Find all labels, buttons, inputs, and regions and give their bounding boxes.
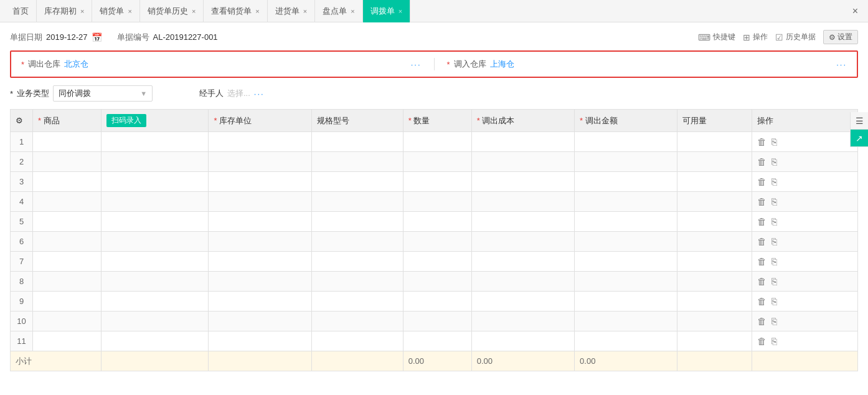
scan-button[interactable]: 扫码录入 <box>106 114 146 127</box>
tab-inventory-check[interactable]: 盘点单 × <box>315 0 362 22</box>
cell-cost[interactable] <box>471 152 574 172</box>
sidebar-doc-icon[interactable]: ☰ <box>851 112 868 130</box>
cell-available[interactable] <box>677 152 752 172</box>
cell-unit[interactable] <box>209 292 311 312</box>
cell-scan[interactable] <box>101 132 209 152</box>
cell-qty[interactable] <box>403 272 471 292</box>
cell-cost[interactable] <box>471 132 574 152</box>
cell-spec[interactable] <box>311 152 403 172</box>
operations-button[interactable]: ⊞ 操作 <box>743 32 768 42</box>
tab-home[interactable]: 首页 <box>5 0 37 22</box>
cell-amount[interactable] <box>575 252 677 272</box>
cell-spec[interactable] <box>311 172 403 192</box>
cell-spec[interactable] <box>311 292 403 312</box>
cell-cost[interactable] <box>471 232 574 252</box>
cell-product[interactable] <box>33 331 101 351</box>
copy-icon[interactable]: ⎘ <box>771 276 777 287</box>
handler-select[interactable]: 选择... <box>227 88 250 99</box>
cell-available[interactable] <box>677 292 752 312</box>
cell-scan[interactable] <box>101 272 209 292</box>
cell-spec[interactable] <box>311 192 403 212</box>
cell-amount[interactable] <box>575 212 677 232</box>
tab-sales-history[interactable]: 销货单历史 × <box>140 0 204 22</box>
cell-unit[interactable] <box>209 232 311 252</box>
cell-available[interactable] <box>677 331 752 351</box>
tab-sales-history-close[interactable]: × <box>192 7 196 15</box>
copy-icon[interactable]: ⎘ <box>771 316 777 326</box>
in-warehouse-value[interactable]: 上海仓 <box>490 59 514 70</box>
cell-amount[interactable] <box>575 292 677 312</box>
cell-available[interactable] <box>677 172 752 192</box>
cell-unit[interactable] <box>209 312 311 331</box>
cell-scan[interactable] <box>101 212 209 232</box>
cell-amount[interactable] <box>575 192 677 212</box>
delete-icon[interactable]: 🗑 <box>757 176 767 187</box>
cell-unit[interactable] <box>209 252 311 272</box>
cell-amount[interactable] <box>575 232 677 252</box>
cell-spec[interactable] <box>311 272 403 292</box>
delete-icon[interactable]: 🗑 <box>757 296 767 307</box>
copy-icon[interactable]: ⎘ <box>771 256 777 267</box>
out-warehouse-more[interactable]: ··· <box>411 60 422 69</box>
cell-amount[interactable] <box>575 152 677 172</box>
shortcuts-button[interactable]: ⌨ 快捷键 <box>698 32 735 42</box>
tab-inventory-check-close[interactable]: × <box>351 7 354 15</box>
copy-icon[interactable]: ⎘ <box>771 236 777 247</box>
cell-available[interactable] <box>677 272 752 292</box>
history-button[interactable]: ☑ 历史单据 <box>775 32 816 42</box>
cell-qty[interactable] <box>403 172 471 192</box>
copy-icon[interactable]: ⎘ <box>771 216 777 227</box>
cell-cost[interactable] <box>471 292 574 312</box>
delete-icon[interactable]: 🗑 <box>757 236 767 247</box>
cell-spec[interactable] <box>311 232 403 252</box>
cell-spec[interactable] <box>311 252 403 272</box>
out-warehouse-value[interactable]: 北京仓 <box>64 59 88 70</box>
calendar-icon[interactable]: 📅 <box>92 32 102 42</box>
delete-icon[interactable]: 🗑 <box>757 196 767 207</box>
cell-qty[interactable] <box>403 152 471 172</box>
copy-icon[interactable]: ⎘ <box>771 156 777 167</box>
cell-spec[interactable] <box>311 331 403 351</box>
sidebar-export-icon[interactable]: ↗ <box>851 130 868 147</box>
delete-icon[interactable]: 🗑 <box>757 216 767 227</box>
cell-cost[interactable] <box>471 312 574 331</box>
handler-more[interactable]: ··· <box>254 89 265 98</box>
cell-product[interactable] <box>33 232 101 252</box>
cell-cost[interactable] <box>471 272 574 292</box>
delete-icon[interactable]: 🗑 <box>757 136 767 147</box>
tab-view-sales-close[interactable]: × <box>255 7 259 15</box>
col-settings[interactable]: ⚙ <box>11 110 33 132</box>
cell-available[interactable] <box>677 132 752 152</box>
cell-product[interactable] <box>33 312 101 331</box>
cell-scan[interactable] <box>101 152 209 172</box>
cell-available[interactable] <box>677 192 752 212</box>
cell-unit[interactable] <box>209 212 311 232</box>
cell-qty[interactable] <box>403 292 471 312</box>
cell-product[interactable] <box>33 192 101 212</box>
tab-inventory-init[interactable]: 库存期初 × <box>37 0 92 22</box>
cell-qty[interactable] <box>403 331 471 351</box>
tab-inventory-init-close[interactable]: × <box>80 7 84 15</box>
cell-qty[interactable] <box>403 252 471 272</box>
copy-icon[interactable]: ⎘ <box>771 336 777 346</box>
tab-purchase[interactable]: 进货单 × <box>268 0 315 22</box>
cell-cost[interactable] <box>471 252 574 272</box>
delete-icon[interactable]: 🗑 <box>757 276 767 287</box>
tab-transfer-close[interactable]: × <box>399 7 402 15</box>
cell-product[interactable] <box>33 152 101 172</box>
global-close-button[interactable]: × <box>847 6 863 17</box>
tab-view-sales[interactable]: 查看销货单 × <box>204 0 267 22</box>
cell-product[interactable] <box>33 252 101 272</box>
cell-amount[interactable] <box>575 331 677 351</box>
tab-purchase-close[interactable]: × <box>303 7 307 15</box>
cell-available[interactable] <box>677 312 752 331</box>
delete-icon[interactable]: 🗑 <box>757 256 767 267</box>
cell-amount[interactable] <box>575 312 677 331</box>
delete-icon[interactable]: 🗑 <box>757 156 767 167</box>
tab-sales-order-close[interactable]: × <box>128 7 131 15</box>
cell-spec[interactable] <box>311 132 403 152</box>
cell-cost[interactable] <box>471 331 574 351</box>
cell-cost[interactable] <box>471 172 574 192</box>
cell-scan[interactable] <box>101 331 209 351</box>
delete-icon[interactable]: 🗑 <box>757 336 767 346</box>
